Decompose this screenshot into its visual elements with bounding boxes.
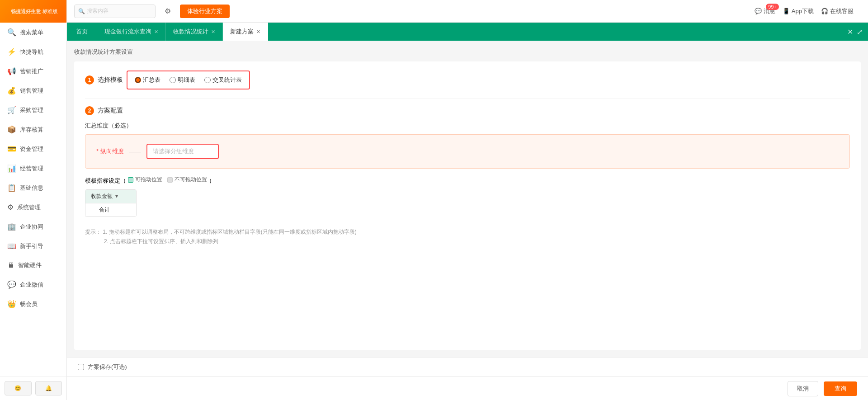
- tabbar-actions: ✕ ⤢: [842, 23, 868, 41]
- metrics-dropdown-icon[interactable]: ▾: [115, 193, 118, 199]
- sidebar-icon-8: 📋: [7, 184, 16, 192]
- dimension-area: * 纵向维度 —— 请选择分组维度: [85, 134, 850, 169]
- step1-title: 选择模板: [98, 76, 123, 84]
- tab-close-3[interactable]: ✕: [256, 29, 260, 35]
- sidebar-item-7[interactable]: 📊经营管理: [0, 159, 66, 178]
- fixed-dot: [167, 177, 173, 183]
- radio-cross[interactable]: 交叉统计表: [204, 76, 242, 84]
- sidebar-item-11[interactable]: 📖新手引导: [0, 236, 66, 256]
- sidebar-label-12: 智能硬件: [18, 261, 42, 269]
- sidebar-item-4[interactable]: 🛒采购管理: [0, 100, 66, 120]
- maximize-icon[interactable]: ⤢: [857, 28, 863, 36]
- fixed-label: 不可拖动位置: [175, 176, 207, 184]
- tip-item-1: 提示： 1. 拖动标题栏可以调整布局，不可跨维度或指标区域拖动栏目字段(只能在同…: [85, 228, 850, 236]
- topbar-search[interactable]: 🔍 搜索内容: [74, 5, 156, 18]
- sidebar-label-3: 销售管理: [20, 87, 43, 95]
- sidebar-item-2[interactable]: 📢营销推广: [0, 61, 66, 81]
- sidebar-item-1[interactable]: ⚡快捷导航: [0, 42, 66, 61]
- gear-icon[interactable]: ⚙: [161, 5, 175, 18]
- sidebar-item-8[interactable]: 📋基础信息: [0, 178, 66, 198]
- search-placeholder: 搜索内容: [87, 7, 108, 15]
- vertical-dimension-label: * 纵向维度: [96, 147, 124, 155]
- message-icon: 💬: [755, 8, 762, 14]
- sidebar-icon-1: ⚡: [7, 47, 16, 56]
- breadcrumb: 收款情况统计方案设置: [74, 48, 861, 56]
- sidebar-label-10: 企业协同: [20, 223, 43, 231]
- online-service-icon: 🎧: [821, 8, 828, 14]
- tab-label-0: 首页: [76, 28, 88, 36]
- movable-hint: 可拖动位置: [128, 176, 162, 184]
- step2-header: 2 方案配置: [85, 106, 850, 115]
- sidebar-item-10[interactable]: 🏢企业协同: [0, 217, 66, 236]
- app-logo: 畅捷通好生意 标准版: [0, 0, 66, 23]
- tab-2[interactable]: 收款情况统计✕: [166, 23, 223, 41]
- metrics-table-header-label: 收款金额: [91, 193, 113, 200]
- metrics-section-title: 模板指标设定（ 可拖动位置 不可拖动位置 ）: [85, 176, 215, 185]
- sidebar-bottom-left[interactable]: 😊: [5, 381, 32, 395]
- online-service-btn[interactable]: 🎧 在线客服: [821, 7, 854, 15]
- sidebar-item-0[interactable]: 🔍搜索菜单: [0, 23, 66, 42]
- cancel-button[interactable]: 取消: [788, 381, 818, 396]
- tab-close-1[interactable]: ✕: [154, 29, 158, 35]
- dimension-selector[interactable]: 请选择分组维度: [146, 144, 219, 159]
- radio-detail-input[interactable]: [170, 77, 176, 83]
- tab-close-2[interactable]: ✕: [211, 29, 215, 35]
- sidebar-label-6: 资金管理: [20, 145, 43, 153]
- template-selector: 汇总表 明细表 交叉统计表: [127, 71, 250, 89]
- save-checkbox[interactable]: [78, 364, 84, 370]
- sidebar-label-14: 畅会员: [20, 300, 38, 308]
- movable-dot: [128, 177, 133, 183]
- sidebar-item-6[interactable]: 💳资金管理: [0, 139, 66, 159]
- sidebar-icon-9: ⚙: [7, 203, 14, 212]
- radio-detail-label: 明细表: [178, 76, 195, 84]
- message-btn[interactable]: 💬 消息 99+: [755, 7, 775, 15]
- save-bar: 方案保存(可选): [67, 357, 868, 376]
- badge-count: 99+: [766, 4, 779, 10]
- radio-summary-input[interactable]: [135, 77, 141, 83]
- app-download-btn[interactable]: 📱 App下载: [783, 7, 814, 15]
- step2-section: 2 方案配置 汇总维度（必选） * 纵向维度 —— 请选择分组维度: [85, 106, 850, 252]
- tab-label-1: 现金银行流水查询: [104, 28, 151, 36]
- radio-summary[interactable]: 汇总表: [135, 76, 160, 84]
- radio-cross-input[interactable]: [204, 77, 211, 83]
- radio-detail[interactable]: 明细表: [170, 76, 195, 84]
- metrics-table-header[interactable]: 收款金额 ▾: [85, 190, 136, 203]
- main-card: 1 选择模板 汇总表 明细表: [74, 61, 861, 350]
- sidebar-item-9[interactable]: ⚙系统管理: [0, 198, 66, 217]
- sidebar-label-8: 基础信息: [20, 184, 43, 192]
- sidebar-item-5[interactable]: 📦库存核算: [0, 120, 66, 139]
- dimension-placeholder: 请选择分组维度: [153, 147, 194, 155]
- metrics-section: 模板指标设定（ 可拖动位置 不可拖动位置 ）: [85, 176, 850, 218]
- app-download-icon: 📱: [783, 8, 790, 14]
- footer-bar: 取消 查询: [67, 376, 868, 400]
- sidebar-bottom-right[interactable]: 🔔: [35, 381, 62, 395]
- sidebar-item-13[interactable]: 💬企业微信: [0, 275, 66, 294]
- tab-1[interactable]: 现金银行流水查询✕: [97, 23, 166, 41]
- sidebar-icon-3: 💰: [7, 86, 16, 95]
- query-button[interactable]: 查询: [824, 381, 857, 396]
- industry-btn[interactable]: 体验行业方案: [180, 5, 230, 18]
- sidebar-item-3[interactable]: 💰销售管理: [0, 81, 66, 100]
- tab-0[interactable]: 首页: [67, 23, 97, 41]
- save-label: 方案保存(可选): [88, 363, 127, 371]
- sidebar: 畅捷通好生意 标准版 🔍搜索菜单⚡快捷导航📢营销推广💰销售管理🛒采购管理📦库存核…: [0, 0, 67, 400]
- sidebar-icon-0: 🔍: [7, 28, 16, 37]
- sidebar-label-1: 快捷导航: [20, 48, 43, 56]
- sidebar-item-12[interactable]: 🖥智能硬件: [0, 256, 66, 275]
- tips-section: 提示： 1. 拖动标题栏可以调整布局，不可跨维度或指标区域拖动栏目字段(只能在同…: [85, 224, 850, 252]
- step1-header: 1 选择模板 汇总表 明细表: [85, 71, 850, 89]
- step1-section: 1 选择模板 汇总表 明细表: [85, 71, 850, 89]
- tab-label-3: 新建方案: [230, 28, 254, 36]
- tab-label-2: 收款情况统计: [173, 28, 208, 36]
- app-name: 畅捷通好生意: [11, 8, 41, 15]
- close-window-icon[interactable]: ✕: [847, 28, 853, 36]
- dimension-section-title: 汇总维度（必选）: [85, 122, 850, 130]
- sidebar-icon-4: 🛒: [7, 106, 16, 114]
- step2-badge: 2: [85, 106, 94, 115]
- tab-3[interactable]: 新建方案✕: [223, 23, 268, 41]
- sidebar-label-0: 搜索菜单: [20, 28, 43, 37]
- radio-summary-label: 汇总表: [143, 76, 160, 84]
- sidebar-bottom: 😊 🔔: [0, 376, 66, 400]
- sidebar-item-14[interactable]: 👑畅会员: [0, 294, 66, 314]
- sidebar-icon-5: 📦: [7, 125, 16, 134]
